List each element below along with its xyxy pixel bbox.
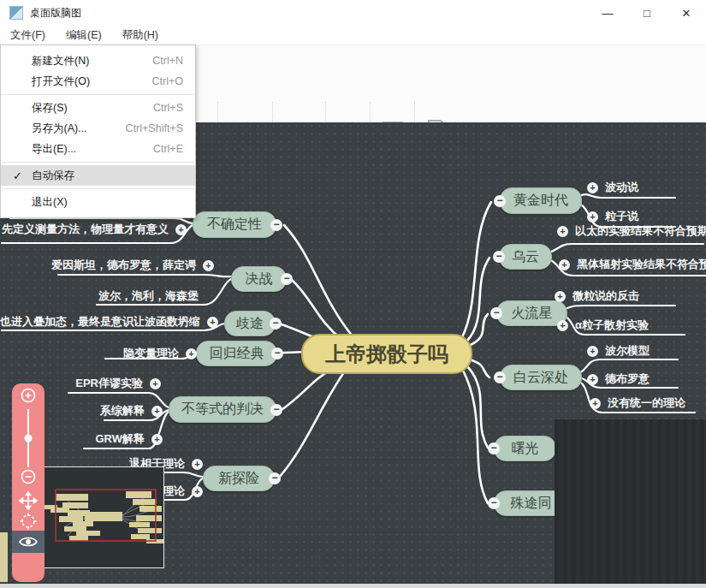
child-label[interactable]: + 德布罗意	[587, 371, 650, 387]
child-label[interactable]: 理论 +	[163, 484, 203, 499]
menu-edit[interactable]: 编辑(E)	[56, 28, 112, 43]
title-bar: 桌面版脑图 — □ ✕	[0, 0, 706, 26]
maximize-button[interactable]: □	[627, 0, 667, 26]
expand-icon[interactable]: +	[555, 291, 566, 302]
collapse-icon[interactable]: −	[493, 251, 505, 263]
node-uncertainty[interactable]: 不确定性 −	[193, 211, 276, 238]
node-showdown[interactable]: 决战 −	[231, 266, 287, 292]
expand-icon[interactable]: +	[557, 320, 568, 331]
file-menu-dropdown: 新建文件(N) Ctrl+N 打开文件(O) Ctrl+O 保存(S) Ctrl…	[0, 45, 196, 218]
menu-item-open-file[interactable]: 打开文件(O) Ctrl+O	[1, 71, 195, 92]
window-bottom-edge	[0, 584, 706, 588]
collapse-icon[interactable]: −	[270, 318, 282, 330]
menu-separator	[2, 162, 194, 163]
expand-icon[interactable]: +	[590, 398, 601, 409]
menu-separator	[2, 188, 194, 189]
child-label[interactable]: 隐变量理论 +	[123, 346, 197, 361]
collapse-icon[interactable]: −	[271, 347, 283, 359]
app-icon	[9, 6, 23, 20]
minimap[interactable]	[43, 466, 164, 568]
expand-icon[interactable]: +	[587, 346, 598, 357]
expand-icon[interactable]: +	[557, 226, 568, 237]
pan-icon[interactable]	[12, 491, 44, 510]
menu-bar: 文件(F) 编辑(E) 帮助(H)	[0, 26, 706, 45]
window-title: 桌面版脑图	[30, 6, 81, 21]
expand-icon[interactable]: +	[587, 374, 598, 385]
expand-icon[interactable]: +	[587, 211, 598, 223]
expand-icon[interactable]: +	[192, 459, 203, 470]
child-label[interactable]: + 波动说	[587, 180, 638, 195]
window-controls: — □ ✕	[588, 0, 706, 26]
child-label[interactable]: EPR佯谬实验 +	[75, 376, 161, 391]
child-label[interactable]: + 波尔模型	[587, 343, 650, 359]
locate-icon[interactable]	[12, 512, 44, 531]
collapse-icon[interactable]: −	[269, 472, 281, 484]
child-label[interactable]: 先定义测量方法，物理量才有意义 +	[2, 222, 187, 237]
collapse-icon[interactable]: −	[270, 219, 282, 231]
child-label[interactable]: + 粒子说	[587, 209, 638, 224]
menu-item-save[interactable]: 保存(S) Ctrl+S	[1, 98, 195, 118]
expand-icon[interactable]: +	[203, 260, 214, 271]
collapse-icon[interactable]: −	[488, 497, 500, 509]
menu-item-new-file[interactable]: 新建文件(N) Ctrl+N	[1, 50, 195, 71]
menu-item-save-as[interactable]: 另存为(A)... Ctrl+Shift+S	[1, 118, 195, 139]
zoom-in-icon[interactable]	[12, 386, 44, 405]
collapse-icon[interactable]: −	[281, 273, 293, 285]
child-label[interactable]: 也进入叠加态，最终是意识让波函数坍缩 +	[0, 314, 218, 330]
eye-icon[interactable]	[19, 533, 38, 550]
expand-icon[interactable]: +	[559, 259, 570, 270]
expand-icon[interactable]: +	[587, 182, 598, 193]
collapse-icon[interactable]: −	[494, 371, 506, 383]
zoom-slider[interactable]	[12, 406, 44, 471]
collapse-icon[interactable]: −	[490, 307, 502, 319]
menu-item-autosave[interactable]: ✓ 自动保存	[1, 165, 195, 186]
edge-artifact	[0, 532, 8, 582]
child-label[interactable]: GRW解释 +	[95, 431, 163, 447]
check-icon: ✓	[13, 169, 22, 182]
node-astray[interactable]: 歧途 −	[224, 311, 276, 336]
expand-icon[interactable]: +	[186, 348, 197, 359]
node-white-clouds[interactable]: 白云深处 −	[500, 365, 582, 390]
child-label[interactable]: + 没有统一的理论	[590, 395, 685, 411]
collapse-icon[interactable]: −	[270, 404, 282, 416]
expand-icon[interactable]: +	[175, 224, 187, 235]
menu-separator	[2, 94, 194, 95]
visibility-strip	[12, 531, 44, 553]
child-label[interactable]: 系综解释 +	[100, 403, 163, 419]
slider-thumb[interactable]	[25, 435, 33, 442]
node-golden-age[interactable]: 黄金时代 −	[500, 187, 582, 214]
menu-file[interactable]: 文件(F)	[0, 28, 56, 43]
child-label[interactable]: + α粒子散射实验	[557, 318, 649, 333]
expand-icon[interactable]: +	[150, 378, 161, 389]
collapse-icon[interactable]: −	[494, 195, 506, 207]
child-label[interactable]: 爱因斯坦，德布罗意，薛定谔 +	[51, 258, 214, 273]
minimize-button[interactable]: —	[588, 0, 627, 26]
child-label[interactable]: + 微粒说的反击	[555, 288, 639, 304]
child-label[interactable]: + 以太的实验结果不符合预期	[557, 223, 706, 239]
close-button[interactable]: ✕	[667, 0, 706, 26]
expand-icon[interactable]: +	[151, 434, 163, 445]
expand-icon[interactable]: +	[192, 486, 203, 497]
menu-item-exit[interactable]: 退出(X)	[1, 192, 195, 212]
zoom-out-icon[interactable]	[12, 467, 44, 486]
node-inequality-verdict[interactable]: 不等式的判决 −	[169, 396, 276, 423]
root-node[interactable]: 上帝掷骰子吗	[301, 334, 472, 374]
expand-icon[interactable]: +	[207, 317, 218, 328]
expand-icon[interactable]: +	[151, 406, 163, 417]
child-label[interactable]: 波尔，泡利，海森堡	[98, 288, 199, 304]
node-return-classic[interactable]: 回归经典 −	[196, 341, 277, 366]
node-new-exploration[interactable]: 新探险 −	[203, 466, 275, 491]
menu-item-export[interactable]: 导出(E)... Ctrl+E	[1, 139, 195, 159]
node-dark-clouds[interactable]: 乌云 −	[499, 244, 552, 270]
child-label[interactable]: + 黑体辐射实验结果不符合预期	[559, 257, 706, 272]
canvas-dark-region	[555, 419, 706, 588]
node-dawn[interactable]: 曙光 −	[494, 436, 556, 461]
collapse-icon[interactable]: −	[488, 442, 500, 454]
zoom-panel	[12, 383, 44, 582]
minimap-preview	[44, 467, 163, 567]
menu-help[interactable]: 帮助(H)	[112, 28, 169, 43]
